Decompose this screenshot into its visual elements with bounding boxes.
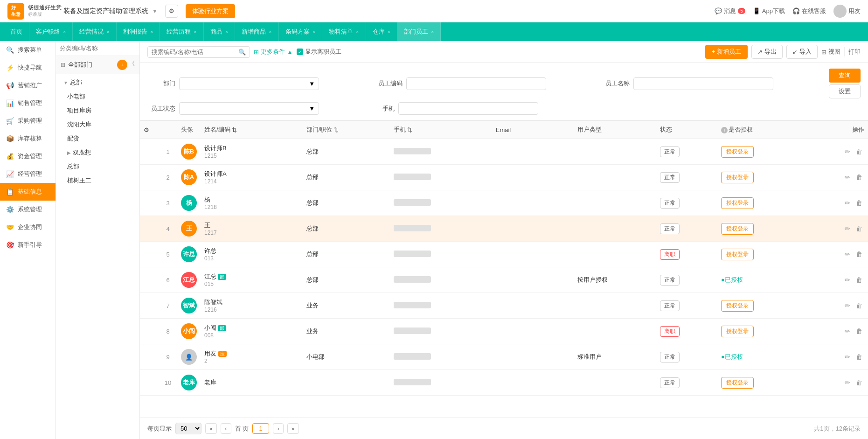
edit-button[interactable]: ✏: [843, 250, 852, 259]
sidebar-item-nav[interactable]: ⚡ 快捷导航: [0, 59, 56, 77]
dept-node-shenyang[interactable]: 沈阳大库: [56, 118, 139, 132]
per-page-select[interactable]: 50 20 100: [175, 423, 201, 434]
sidebar-item-finance[interactable]: 💰 资金管理: [0, 147, 56, 165]
delete-button[interactable]: 🗑: [854, 198, 864, 208]
authorize-button[interactable]: 授权登录: [721, 300, 754, 312]
sidebar-item-inventory[interactable]: 📦 库存核算: [0, 130, 56, 147]
dept-add-btn[interactable]: +: [117, 60, 127, 70]
dept-search-input[interactable]: [60, 45, 138, 52]
close-icon[interactable]: ×: [388, 29, 390, 35]
close-icon[interactable]: ×: [225, 29, 228, 35]
close-icon[interactable]: ×: [312, 29, 315, 35]
print-button[interactable]: 打印: [848, 48, 861, 56]
dept-node-hq[interactable]: 总部: [56, 160, 139, 174]
delete-button[interactable]: 🗑: [854, 250, 864, 259]
edit-button[interactable]: ✏: [843, 198, 852, 208]
edit-button[interactable]: ✏: [843, 352, 852, 362]
tab-journey[interactable]: 经营历程 ×: [160, 22, 203, 41]
next-page-btn[interactable]: ›: [273, 423, 283, 434]
show-resigned-toggle[interactable]: ✓ 显示离职员工: [297, 48, 341, 56]
sidebar-item-collab[interactable]: 🤝 企业协同: [0, 218, 56, 236]
delete-button[interactable]: 🗑: [854, 301, 864, 310]
import-button[interactable]: ↙ 导入: [786, 45, 818, 59]
sort-icon[interactable]: ⇅: [333, 126, 339, 133]
dept-node-shuangluxiang[interactable]: ▶ 双鹿想: [56, 146, 139, 160]
sidebar-item-sales[interactable]: 📊 销售管理: [0, 94, 56, 112]
sidebar-item-purchase[interactable]: 🛒 采购管理: [0, 112, 56, 130]
user-item[interactable]: 用友: [833, 5, 861, 18]
dept-node-electronics[interactable]: 小电部: [56, 90, 139, 104]
sort-icon[interactable]: ⇅: [407, 126, 412, 133]
delete-button[interactable]: 🗑: [854, 224, 864, 233]
app-download-item[interactable]: 📱 App下载: [753, 7, 785, 15]
delete-button[interactable]: 🗑: [854, 275, 864, 285]
search-icon[interactable]: 🔍: [238, 49, 246, 56]
emp-code-input[interactable]: [406, 77, 546, 90]
emp-name-input[interactable]: [633, 77, 773, 90]
edit-button[interactable]: ✏: [843, 301, 852, 310]
authorize-button[interactable]: 授权登录: [721, 377, 754, 389]
sidebar-item-system[interactable]: ⚙️ 系统管理: [0, 201, 56, 218]
edit-button[interactable]: ✏: [843, 147, 852, 156]
gear-button[interactable]: ⚙: [165, 5, 178, 18]
info-icon[interactable]: i: [721, 127, 728, 133]
tab-customer[interactable]: 客户联络 ×: [29, 22, 73, 41]
dept-node-project[interactable]: 项目库房: [56, 104, 139, 118]
setting-button[interactable]: 设置: [829, 84, 861, 98]
close-icon[interactable]: ×: [106, 29, 109, 35]
last-page-btn[interactable]: »: [287, 423, 299, 434]
dept-node-headquarter-parent[interactable]: ▼ 总部: [56, 76, 139, 90]
tab-goods[interactable]: 商品 ×: [204, 22, 235, 41]
authorize-button[interactable]: 授权登录: [721, 326, 754, 337]
authorize-button[interactable]: 授权登录: [721, 197, 754, 209]
dept-node-zhishu[interactable]: 植树王二: [56, 174, 139, 188]
view-button[interactable]: ⊞ 视图: [821, 48, 840, 56]
dept-collapse-btn[interactable]: 《: [129, 60, 135, 70]
close-icon[interactable]: ×: [356, 29, 359, 35]
tab-profit[interactable]: 利润报告 ×: [117, 22, 160, 41]
system-dropdown-arrow[interactable]: ▼: [152, 8, 158, 14]
edit-button[interactable]: ✏: [843, 327, 852, 336]
message-item[interactable]: 💬 消息 5: [715, 7, 745, 15]
close-icon[interactable]: ×: [269, 29, 271, 35]
tab-warehouse[interactable]: 仓库 ×: [366, 22, 397, 41]
sidebar-item-guide[interactable]: 🎯 新手引导: [0, 236, 56, 254]
tab-dept-staff[interactable]: 部门员工 ×: [397, 22, 441, 41]
search-input[interactable]: [152, 49, 238, 56]
edit-button[interactable]: ✏: [843, 275, 852, 285]
delete-button[interactable]: 🗑: [854, 352, 864, 362]
sidebar-item-marketing[interactable]: 📢 营销推广: [0, 77, 56, 94]
tab-add-goods[interactable]: 新增商品 ×: [235, 22, 278, 41]
query-button[interactable]: 查询: [829, 69, 861, 83]
sidebar-item-search[interactable]: 🔍 搜索菜单: [0, 41, 56, 59]
authorize-button[interactable]: 授权登录: [721, 172, 754, 183]
dept-filter-select[interactable]: ▼: [179, 77, 319, 90]
sidebar-item-basic[interactable]: 📋 基础信息: [0, 183, 56, 201]
close-icon[interactable]: ×: [63, 29, 66, 35]
close-icon[interactable]: ×: [150, 29, 153, 35]
close-icon[interactable]: ×: [431, 29, 434, 35]
more-conditions-btn[interactable]: ⊞ 更多条件 ▲: [254, 48, 293, 56]
delete-button[interactable]: 🗑: [854, 147, 864, 156]
edit-button[interactable]: ✏: [843, 224, 852, 233]
delete-button[interactable]: 🗑: [854, 327, 864, 336]
trial-button[interactable]: 体验行业方案: [186, 4, 235, 18]
tab-barcode[interactable]: 条码方案 ×: [279, 22, 322, 41]
prev-page-btn[interactable]: ‹: [221, 423, 231, 434]
delete-button[interactable]: 🗑: [854, 173, 864, 182]
add-employee-button[interactable]: + 新增员工: [705, 45, 748, 59]
phone-input[interactable]: [398, 102, 538, 115]
emp-status-select[interactable]: ▼: [179, 102, 319, 115]
authorize-button[interactable]: 授权登录: [721, 223, 754, 235]
tab-home[interactable]: 首页: [4, 22, 29, 41]
current-page-input[interactable]: [252, 423, 269, 434]
tab-material[interactable]: 物料清单 ×: [322, 22, 366, 41]
close-icon[interactable]: ×: [194, 29, 196, 35]
first-page-btn[interactable]: «: [205, 423, 217, 434]
sidebar-item-biz[interactable]: 📈 经营管理: [0, 165, 56, 183]
settings-gear-icon[interactable]: ⚙: [144, 126, 149, 133]
tab-operations[interactable]: 经营情况 ×: [73, 22, 116, 41]
online-service-item[interactable]: 🎧 在线客服: [792, 7, 826, 15]
export-button[interactable]: ↗ 导出: [751, 45, 783, 59]
dept-node-distribution[interactable]: 配货: [56, 132, 139, 146]
